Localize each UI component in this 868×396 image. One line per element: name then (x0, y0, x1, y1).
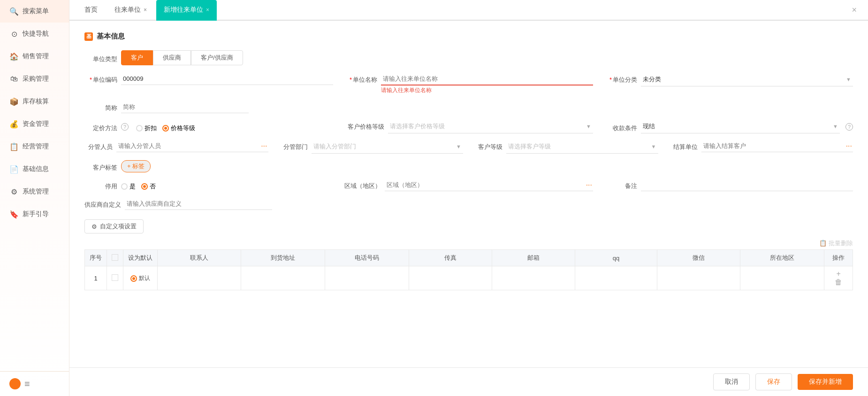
tab-new-partner[interactable]: 新增往来单位 × (156, 0, 217, 21)
add-row-button[interactable]: + (835, 270, 842, 278)
tab-new-partner-close[interactable]: × (206, 7, 209, 13)
cell-wechat[interactable] (657, 266, 740, 290)
payment-terms-row: 收款条件 现结 ▼ ? (604, 120, 853, 133)
contact-input[interactable] (162, 275, 236, 282)
cell-fax[interactable] (409, 266, 492, 290)
unit-category-select[interactable]: 未分类 ▼ (641, 73, 853, 86)
settlement-unit-label: 结算单位 (670, 140, 698, 151)
cancel-button[interactable]: 取消 (713, 373, 750, 390)
tab-home[interactable]: 首页 (77, 0, 105, 21)
unit-type-supplier[interactable]: 供应商 (153, 50, 191, 65)
settlement-unit-more[interactable]: ··· (845, 142, 853, 150)
note-row: 备注 (604, 179, 853, 191)
region-more[interactable]: ··· (585, 181, 593, 189)
sidebar-item-system[interactable]: ⚙ 系统管理 (0, 180, 69, 203)
cell-region[interactable] (740, 266, 824, 290)
phone-input[interactable] (330, 275, 404, 282)
sidebar-item-inventory[interactable]: 📦 库存核算 (0, 90, 69, 113)
sidebar-item-guide[interactable]: 🔖 新手引导 (0, 203, 69, 225)
batch-delete-button[interactable]: 批量删除 (829, 240, 853, 247)
sales-icon: 🏠 (9, 52, 19, 61)
manager-row: 分管人员 ··· (84, 140, 268, 152)
wechat-input[interactable] (662, 275, 735, 282)
email-input[interactable] (497, 275, 570, 282)
sidebar-bottom: ≡ (0, 371, 69, 396)
payment-terms-select[interactable]: 现结 ▼ (641, 120, 840, 133)
system-icon: ⚙ (9, 187, 19, 196)
address-input[interactable] (246, 275, 320, 282)
department-select[interactable]: 请输入分管部门 ▼ (312, 140, 464, 154)
cell-email[interactable] (492, 266, 575, 290)
cell-contact[interactable] (158, 266, 241, 290)
add-tag-button[interactable]: + 标签 (121, 160, 151, 172)
supplier-custom-input[interactable] (125, 198, 272, 210)
pricing-level[interactable]: 价格等级 (162, 124, 195, 132)
default-radio[interactable] (130, 275, 137, 282)
unit-code-label: 单位编码 (84, 73, 117, 84)
manager-label: 分管人员 (84, 140, 113, 151)
sidebar-item-basic-info[interactable]: 📄 基础信息 (0, 158, 69, 180)
tabbar: 首页 往来单位 × 新增往来单位 × × (69, 0, 868, 21)
department-label: 分管部门 (280, 140, 308, 151)
customer-level-select[interactable]: 请选择客户等级 ▼ (506, 140, 658, 154)
manager-more[interactable]: ··· (260, 142, 268, 150)
operations-icon: 📋 (9, 142, 19, 151)
pricing-discount[interactable]: 折扣 (136, 124, 157, 132)
footer: 取消 保存 保存并新增 (69, 367, 868, 396)
unit-type-customer[interactable]: 客户 (121, 50, 153, 65)
customer-price-level-select[interactable]: 请选择客户价格等级 ▼ (388, 120, 593, 133)
pricing-method-help[interactable]: ? (121, 123, 129, 131)
level-radio[interactable] (162, 125, 169, 132)
unit-name-input[interactable] (381, 73, 593, 85)
table-row: 1 默认 + 🗑 (85, 266, 853, 290)
manager-input[interactable] (116, 140, 258, 152)
payment-terms-help[interactable]: ? (845, 123, 853, 131)
disabled-no[interactable]: 否 (141, 182, 156, 191)
delete-row-button[interactable]: 🗑 (833, 278, 844, 286)
payment-terms-label: 收款条件 (604, 121, 637, 132)
disabled-no-radio[interactable] (141, 183, 148, 190)
customer-level-row: 客户等级 请选择客户等级 ▼ (474, 140, 658, 154)
qq-input[interactable] (580, 275, 653, 282)
row-checkbox[interactable] (112, 274, 118, 281)
custom-settings-button[interactable]: ⚙ 自定义项设置 (84, 219, 144, 233)
pricing-method-options: 折扣 价格等级 (136, 121, 195, 132)
save-button[interactable]: 保存 (755, 373, 792, 390)
sidebar-item-search[interactable]: 🔍 搜索菜单 (0, 0, 69, 23)
customer-level-label: 客户等级 (474, 140, 503, 151)
customer-level-arrow: ▼ (651, 144, 656, 149)
tab-partner-close[interactable]: × (144, 7, 147, 13)
unit-type-both[interactable]: 客户/供应商 (191, 50, 243, 65)
settlement-unit-input[interactable] (701, 140, 843, 152)
save-new-button[interactable]: 保存并新增 (798, 374, 853, 390)
unit-type-label: 单位类型 (84, 52, 117, 63)
content-area: 基 基本信息 单位类型 客户 供应商 客户/供应商 单位编码 单位名称 (69, 21, 868, 367)
note-input[interactable] (641, 179, 853, 191)
sidebar-item-finance[interactable]: 💰 资金管理 (0, 113, 69, 135)
short-name-row: 简称 (84, 101, 249, 113)
col-action: 操作 (824, 250, 853, 266)
sidebar-item-sales[interactable]: 🏠 销售管理 (0, 45, 69, 68)
select-all-checkbox[interactable] (112, 254, 118, 261)
region-input[interactable] (385, 179, 583, 191)
disabled-yes-radio[interactable] (121, 183, 128, 190)
sidebar-item-purchase[interactable]: 🛍 采购管理 (0, 68, 69, 90)
discount-radio[interactable] (136, 125, 143, 132)
tab-partner[interactable]: 往来单位 × (107, 0, 154, 21)
region-table-input[interactable] (745, 275, 819, 282)
close-all-tabs[interactable]: × (848, 5, 860, 15)
sidebar-item-quick-nav[interactable]: ⊙ 快捷导航 (0, 23, 69, 45)
sidebar-item-operations[interactable]: 📋 经营管理 (0, 135, 69, 158)
short-name-input[interactable] (121, 101, 249, 113)
col-email: 邮箱 (492, 250, 575, 266)
fax-input[interactable] (414, 275, 487, 282)
cell-index: 1 (85, 266, 107, 290)
unit-name-row: 单位名称 请输入往来单位名称 (344, 73, 593, 94)
disabled-row: 停用 是 否 (84, 179, 333, 191)
avatar (9, 378, 21, 389)
disabled-yes[interactable]: 是 (121, 182, 136, 191)
cell-address[interactable] (241, 266, 325, 290)
cell-qq[interactable] (575, 266, 657, 290)
cell-phone[interactable] (325, 266, 409, 290)
unit-code-input[interactable] (121, 73, 333, 85)
